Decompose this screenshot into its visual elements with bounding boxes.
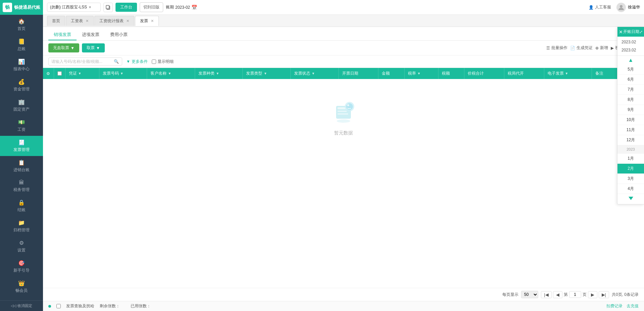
year-label-2023: 2023	[617, 145, 644, 154]
recharge-link[interactable]: 去充值	[627, 303, 639, 309]
th-checkbox[interactable]	[54, 68, 65, 79]
select-all-checkbox[interactable]	[57, 71, 62, 76]
voucher-filter-icon[interactable]: ▼	[78, 72, 82, 75]
sub-tabs: 销项发票 进项发票 费用小票	[43, 27, 644, 41]
scroll-down-btn[interactable]	[617, 194, 644, 204]
verify-checkbox[interactable]	[56, 304, 61, 308]
tab-invoice[interactable]: 发票 ✕	[135, 16, 159, 26]
sidebar-item-member[interactable]: 👑 畅会员	[0, 277, 43, 297]
avatar	[616, 3, 626, 12]
search-input[interactable]	[51, 59, 112, 64]
page-nav: |◀ ◀ 第 页 ▶ ▶|	[541, 291, 609, 298]
sidebar-item-sales[interactable]: 📋 进销台账	[0, 156, 43, 176]
date-top-item-1[interactable]: 2023.02	[617, 38, 644, 46]
company-selector[interactable]: (勿删) 江西股宝-LSS ▼	[47, 3, 101, 12]
scroll-up-btn[interactable]: ▲	[617, 56, 644, 65]
invoice-no-filter-icon[interactable]: ▼	[120, 72, 124, 75]
generate-voucher-btn[interactable]: 📄 生成凭证	[570, 45, 593, 51]
no-tax-label: 无血取票	[53, 45, 69, 51]
date-item-4[interactable]: 4月	[617, 184, 644, 194]
tax-rate-filter-icon[interactable]: ▼	[417, 72, 421, 75]
e-invoice-filter-icon[interactable]: ▼	[565, 72, 568, 75]
date-item-9[interactable]: 9月	[617, 105, 644, 115]
invoice-type-filter-icon[interactable]: ▼	[216, 72, 219, 75]
tab-close-stats[interactable]: ✕	[126, 19, 129, 23]
date-item-11[interactable]: 11月	[617, 125, 644, 135]
service-button[interactable]: 👤 人工客服	[589, 4, 611, 10]
user-info[interactable]: 徐溢华	[616, 3, 640, 12]
customer-filter-icon[interactable]: ▼	[168, 72, 171, 75]
empty-text: 暂元数据	[334, 130, 353, 136]
tab-salary-stats[interactable]: 工资统计报表 ✕	[94, 16, 134, 26]
fee-records-link[interactable]: 扣费记录	[606, 303, 623, 309]
tab-salary-table[interactable]: 工资表 ✕	[66, 16, 94, 26]
page-input[interactable]	[569, 291, 581, 298]
page-size-select[interactable]: 50 10 20 100	[521, 291, 538, 298]
old-version-button[interactable]: 切到旧版	[140, 2, 163, 12]
svg-marker-15	[629, 197, 633, 200]
last-page-btn[interactable]: ▶|	[599, 291, 609, 298]
workbench-button[interactable]: 工作台	[116, 3, 137, 12]
date-item-7[interactable]: 7月	[617, 85, 644, 95]
sidebar-item-funds[interactable]: 💰 资金管理	[0, 75, 43, 95]
next-page-btn[interactable]: ▶	[588, 291, 597, 298]
tab-close-invoice[interactable]: ✕	[151, 19, 154, 23]
sidebar-item-salary[interactable]: 💵 工资	[0, 116, 43, 136]
sidebar-item-tax[interactable]: 🏛 税务管理	[0, 176, 43, 196]
invoice-category-filter-icon[interactable]: ▼	[264, 72, 267, 75]
show-detail-input[interactable]	[152, 60, 156, 64]
th-voucher-label: 凭证	[69, 71, 77, 76]
sidebar-item-closing[interactable]: 🔒 结账	[0, 196, 43, 216]
date-top-item-2[interactable]: 2023.02	[617, 46, 644, 54]
more-conditions-btn[interactable]: ▼ 更多条件	[126, 59, 148, 65]
invoice-status-filter-icon[interactable]: ▼	[312, 72, 315, 75]
sidebar-item-home[interactable]: 🏠 首页	[0, 15, 43, 35]
sidebar-item-reports[interactable]: 📊 报表中心	[0, 55, 43, 75]
date-item-8[interactable]: 8月	[617, 95, 644, 105]
new-btn[interactable]: ⊕ 新增	[595, 45, 608, 51]
sidebar-item-archive[interactable]: 📁 归档管理	[0, 216, 43, 236]
date-item-6[interactable]: 6月	[617, 75, 644, 85]
calendar-icon[interactable]: 📅	[191, 5, 197, 10]
get-ticket-btn[interactable]: 取票 ▼	[82, 43, 105, 52]
sidebar-item-invoice[interactable]: 🧾 发票管理	[0, 136, 43, 156]
date-top-label-2: 2023.02	[622, 48, 636, 52]
tab-close-salary[interactable]: ✕	[86, 19, 89, 23]
sub-tab-sales[interactable]: 销项发票	[48, 30, 77, 40]
date-panel-close-btn[interactable]: ✕	[619, 29, 623, 35]
date-item-3[interactable]: 3月	[617, 174, 644, 184]
invoice-table: ⚙ 凭证▼ 发票号码▼ 客户名称▼	[43, 68, 644, 79]
date-item-5[interactable]: 5月	[617, 65, 644, 75]
batch-ops-btn[interactable]: ☰ 批量操作	[546, 45, 567, 51]
tab-home[interactable]: 首页	[47, 16, 65, 26]
sub-tab-expense[interactable]: 费用小票	[105, 30, 133, 40]
sidebar-collapse-btn[interactable]: ◁◁ 收消固定	[0, 301, 43, 311]
sidebar-item-ledger[interactable]: 📒 总账	[0, 35, 43, 55]
date-item-12[interactable]: 12月	[617, 135, 644, 145]
sub-tab-purchase[interactable]: 进项发票	[77, 30, 105, 40]
status-links: 扣费记录 去充值	[606, 303, 639, 309]
used-label: 已用张数：	[131, 303, 151, 309]
salary-icon: 💵	[18, 119, 25, 125]
first-page-btn[interactable]: |◀	[541, 291, 551, 298]
date-panel-expand-btn[interactable]: ⤢	[639, 30, 643, 34]
table-container: ⚙ 凭证▼ 发票号码▼ 客户名称▼	[43, 68, 644, 288]
no-tax-btn[interactable]: 无血取票 ▼	[48, 43, 79, 52]
show-detail-checkbox[interactable]: 显示明细	[152, 59, 174, 65]
search-field[interactable]: 🔍	[48, 57, 122, 66]
home-icon: 🏠	[18, 18, 25, 25]
topbar-right: 👤 人工客服 徐溢华	[589, 3, 640, 12]
no-tax-arrow: ▼	[71, 46, 75, 50]
date-item-10[interactable]: 10月	[617, 115, 644, 125]
batch-ops-icon: ☰	[546, 46, 550, 50]
copy-button[interactable]	[103, 3, 113, 12]
sidebar-item-settings[interactable]: ⚙ 设置	[0, 236, 43, 257]
sidebar-item-assets[interactable]: 🏢 固定资产	[0, 95, 43, 116]
sidebar-item-guide[interactable]: 🎯 新手引导	[0, 257, 43, 277]
date-item-2-active[interactable]: 2月	[617, 164, 644, 174]
prev-page-btn[interactable]: ◀	[553, 291, 562, 298]
tax-icon: 🏛	[19, 180, 24, 186]
date-item-1[interactable]: 1月	[617, 154, 644, 164]
sidebar-label-settings: 设置	[17, 247, 26, 253]
th-settings[interactable]: ⚙	[43, 68, 54, 79]
